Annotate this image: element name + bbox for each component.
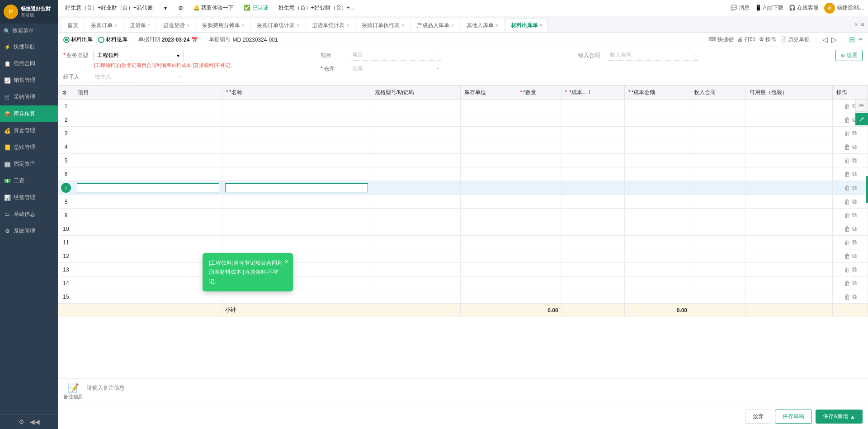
close-other-in-icon[interactable]: × [495,23,498,28]
tooltip-close-btn[interactable]: × [285,257,288,267]
add-row-btn[interactable]: + [61,183,71,193]
copy-row-icon[interactable]: ⧉ [852,157,857,164]
copy-row-icon[interactable]: ⧉ [852,211,857,219]
close-jinhuo-icon[interactable]: × [148,23,151,28]
close-product-in-icon[interactable]: × [451,23,454,28]
right-icon-3[interactable]: ↗ [855,113,868,125]
radio-material-return[interactable]: 材料退库 [98,36,127,43]
sidebar-item-caigou[interactable]: 🛒 采购管理 [0,89,58,105]
delete-row-icon[interactable]: 🗑 [844,157,850,164]
warehouse-input[interactable]: 仓库 ··· [350,63,441,74]
copy-row-icon[interactable]: ⧉ [852,266,857,273]
delete-row-icon[interactable]: 🗑 [844,212,850,219]
form-settings-btn[interactable]: ⚙ 设置 [835,50,863,61]
delete-row-icon[interactable]: 🗑 [844,266,850,273]
sidebar-item-xitong[interactable]: ⚙ 系统管理 [0,223,58,239]
prev-bill-icon[interactable]: ◁ [822,35,828,44]
delete-row-icon[interactable]: 🗑 [844,103,850,110]
th-settings[interactable]: ⚙ [58,86,74,100]
copy-row-icon[interactable]: ⧉ [852,252,857,260]
grid-view-icon[interactable]: ⊞ [849,35,855,44]
handler-dots-icon[interactable]: ··· [178,74,182,79]
sidebar-search[interactable]: 🔍 搜索菜单 [0,24,58,38]
tab-home[interactable]: 首页 [61,19,84,32]
handler-input[interactable]: 经手人 ··· [93,72,184,82]
table-container[interactable]: ⚙ 项目 *名称 规格型号/助记码 库存单位 *数量 *成本... ℹ *成本金… [58,86,868,378]
delete-row-icon[interactable]: 🗑 [844,293,850,300]
tab-close-all-icon[interactable]: × [854,21,858,28]
discard-btn[interactable]: 放弃 [745,410,771,424]
save-new-btn[interactable]: 保存&新增 ▲ [816,410,863,424]
warehouse-dots-icon[interactable]: ··· [435,66,439,71]
print-btn[interactable]: 🖨 打印 [737,36,755,43]
tab-caigou-order[interactable]: 采购订单 × [85,19,123,32]
income-contract-input[interactable]: 收入合同 ··· [608,50,698,61]
tab-caigou-stats[interactable]: 采购订单统计表 × [251,19,305,32]
topbar-settings-icon[interactable]: ⚙ [175,3,187,13]
history-bill-btn[interactable]: 📄 历史单据 [780,36,810,43]
sidebar-item-kuaijie[interactable]: ⚡ 快捷导航 [0,38,58,55]
topbar-message-btn[interactable]: 💬 消息 [731,4,750,12]
save-dropdown-icon[interactable]: ▲ [850,414,855,420]
project-dots-icon[interactable]: ··· [435,52,439,57]
row7-name-input[interactable] [225,183,368,192]
notes-textarea[interactable] [87,384,268,397]
table-settings-icon[interactable]: ⚙ [62,90,67,96]
delete-row-icon[interactable]: 🗑 [844,184,850,191]
copy-row-icon[interactable]: ⧉ [852,198,857,205]
save-draft-btn[interactable]: 保存草稿 [775,410,812,424]
copy-row-icon[interactable]: ⧉ [852,279,857,287]
delete-row-icon[interactable]: 🗑 [844,280,850,287]
close-caigou-fee-icon[interactable]: × [242,23,245,28]
tab-jinhuo-stats[interactable]: 进货单统计表 × [306,19,355,32]
close-material-out-icon[interactable]: × [540,23,542,28]
close-jinhuo-stats-icon[interactable]: × [346,23,349,28]
tab-product-in[interactable]: 产成品入库单 × [411,19,460,32]
tab-material-out[interactable]: 材料出库单 × [505,19,548,32]
copy-row-icon[interactable]: ⧉ [852,129,857,137]
sidebar-collapse-icon[interactable]: ◀◀ [30,418,40,425]
delete-row-icon[interactable]: 🗑 [844,225,850,233]
close-caigou-stats-icon[interactable]: × [297,23,299,28]
right-icon-2[interactable]: ✏ [855,99,868,112]
delete-row-icon[interactable]: 🗑 [844,253,850,260]
copy-row-icon[interactable]: ⧉ [852,293,857,300]
sidebar-item-zijin[interactable]: 💰 资金管理 [0,122,58,139]
sidebar-item-zhangmu[interactable]: 📒 总账管理 [0,139,58,156]
cost-info-icon[interactable]: ℹ [589,89,591,95]
sidebar-item-xiaoshou[interactable]: 📈 销售管理 [0,72,58,89]
topbar-dropdown-arrow[interactable]: ▼ [159,3,172,13]
tab-caigou-exec[interactable]: 采购订单执行表 × [356,19,410,32]
close-caigou-exec-icon[interactable]: × [401,23,404,28]
next-bill-icon[interactable]: ▷ [831,35,837,44]
sidebar-item-guding[interactable]: 🏢 固定资产 [0,156,58,172]
delete-row-icon[interactable]: 🗑 [844,171,850,178]
copy-row-icon[interactable]: ⧉ [852,184,857,192]
tab-menu-icon[interactable]: ≡ [861,21,864,28]
delete-row-icon[interactable]: 🗑 [844,116,850,124]
tab-jinhuo[interactable]: 进货单 × [124,19,156,32]
copy-row-icon[interactable]: ⧉ [852,238,857,246]
biz-type-select[interactable]: 工程领料 ▾ [93,50,184,61]
delete-row-icon[interactable]: 🗑 [844,143,850,151]
project-input[interactable]: 项目 ··· [350,50,441,61]
row7-project-input[interactable] [77,183,219,192]
topbar-app-download-btn[interactable]: 📱 App下载 [755,4,783,12]
delete-row-icon[interactable]: 🗑 [844,239,850,246]
copy-row-icon[interactable]: ⧉ [852,143,857,151]
sidebar-item-jingying[interactable]: 📊 经营管理 [0,189,58,206]
tab-other-in[interactable]: 其他入库单 × [461,19,504,32]
list-view-icon[interactable]: ≡ [859,36,863,44]
radio-material-out[interactable]: 材料出库 [63,36,93,43]
shortcut-key-btn[interactable]: ⌨ 快捷键 [708,36,734,43]
tab-caigou-fee[interactable]: 采购费用分摊单 × [196,19,250,32]
topbar-user-avatar[interactable]: 财 畅捷通8&... [824,3,864,14]
copy-row-icon[interactable]: ⧉ [852,170,857,178]
calendar-icon[interactable]: 📅 [191,37,198,43]
sidebar-item-gongzi[interactable]: 💵 工资 [0,172,58,189]
close-jintui-icon[interactable]: × [187,23,189,28]
copy-row-icon[interactable]: ⧉ [852,225,857,233]
close-caigou-order-icon[interactable]: × [114,23,117,28]
delete-row-icon[interactable]: 🗑 [844,130,850,137]
operations-btn[interactable]: ⚙ 操作 [759,36,776,43]
